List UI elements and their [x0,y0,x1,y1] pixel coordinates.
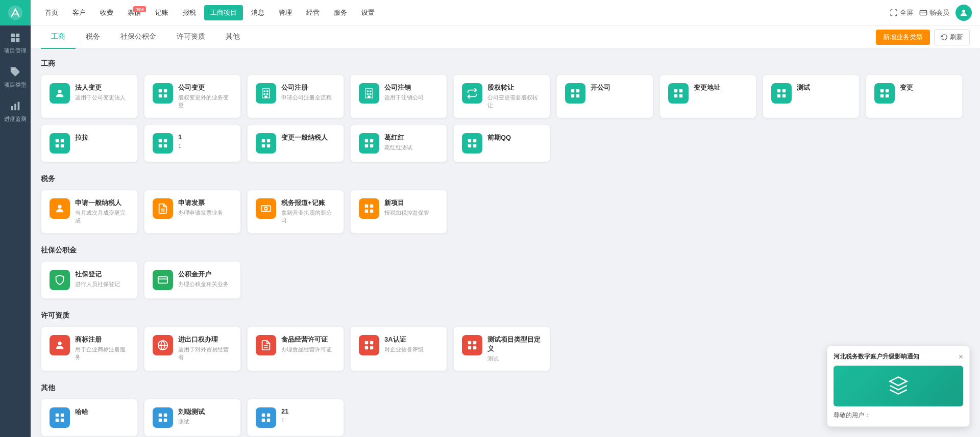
fullscreen-btn[interactable]: 全屏 [890,8,913,17]
card-info-change-address: 变更地址 [694,83,748,94]
svg-rect-2 [16,34,19,37]
card-icon-trademark [50,335,70,355]
nav-billing[interactable]: 收费 [94,5,119,20]
card-name-trademark: 商标注册 [75,335,129,344]
card-name-food-license: 食品经营许可证 [281,335,335,344]
card-name-item1: 1 [178,133,232,141]
nav-home[interactable]: 首页 [39,5,64,20]
svg-rect-12 [159,89,162,92]
nav-tax[interactable]: 报税 [177,5,202,20]
member-btn[interactable]: 畅会员 [919,8,949,17]
card-info-food-license: 食品经营许可证办理食品经营许可证 [281,335,335,353]
svg-rect-37 [782,89,786,92]
card-change[interactable]: 变更 [866,74,963,118]
card-desc-apply-taxpayer: 当月或次月成变更完成 [75,209,129,225]
avatar[interactable] [955,5,972,21]
card-company-cancel[interactable]: 公司注销适用于注销公司 [350,74,447,118]
notification-body: 尊敬的用户： [834,410,963,420]
card-mohonghong[interactable]: 葛红红葛红红测试 [350,124,447,162]
nav-settings[interactable]: 设置 [355,5,381,20]
card-equity-transfer[interactable]: 股权转让公司变更需要股权转让 [453,74,550,118]
sidebar-item-project-type[interactable]: 项目类型 [0,60,31,94]
card-apply-invoice[interactable]: 申请发票办理申请发票业务 [144,190,241,234]
card-social-reg[interactable]: 社保登记进行人员社保登记 [41,261,138,299]
section-title-biz-section: 工商 [41,59,970,68]
svg-rect-47 [61,144,64,147]
nav-account[interactable]: 记账 [149,5,175,20]
card-tax-report[interactable]: 税务报道+记账拿到营业执照的新公司 [247,190,344,234]
nav-client[interactable]: 客户 [66,5,92,20]
card-info-qianqi-qq: 前期QQ [487,133,542,144]
add-type-button[interactable]: 新增业务类型 [876,30,930,45]
svg-rect-26 [370,93,372,95]
card-name-apply-invoice: 申请发票 [178,198,232,208]
svg-rect-88 [56,414,59,417]
card-legal-change[interactable]: 法人变更适用于公司变更法人 [41,74,138,118]
card-desc-legal-change: 适用于公司变更法人 [75,94,129,101]
tab-biz[interactable]: 工商 [41,25,76,49]
card-liu-test[interactable]: 刘聪测试测试 [144,399,241,436]
card-company-change[interactable]: 公司变更股权变更外的业务变更 [144,74,241,118]
card-item21[interactable]: 211 [247,399,344,436]
card-info-item21: 211 [281,407,335,424]
card-test-type[interactable]: 测试项目类型目定义测试 [453,326,550,371]
card-item1[interactable]: 11 [144,124,241,162]
svg-rect-29 [576,89,579,92]
card-qianqi-qq[interactable]: 前期QQ [453,124,550,162]
card-fund-account[interactable]: 公积金开户办理公积金相关业务 [144,261,241,299]
sidebar-item-project-mgmt[interactable]: 项目管理 [0,25,31,60]
card-3a-cert[interactable]: 3A认证对企业信誉评级 [350,326,447,371]
nav-message[interactable]: 消息 [245,5,271,20]
card-name-open-company: 开公司 [591,83,645,92]
card-haha[interactable]: 哈哈 [41,399,138,436]
nav-bizproject[interactable]: 工商项目 [204,5,243,20]
card-company-reg[interactable]: 公司注册申请公司注册全流程 [247,74,344,118]
card-icon-company-reg [256,83,276,104]
card-change-taxpayer[interactable]: 变更一般纳税人 [247,124,344,162]
card-change-address[interactable]: 变更地址 [659,74,756,118]
card-food-license[interactable]: 食品经营许可证办理食品经营许可证 [247,326,344,371]
tab-social[interactable]: 社保公积金 [110,25,166,49]
card-import-export[interactable]: 进出口权办理适用于对外贸易经营者 [144,326,241,371]
svg-point-11 [58,90,61,93]
card-icon-company-cancel [359,83,379,104]
tab-other[interactable]: 其他 [215,25,250,49]
card-lala[interactable]: 拉拉 [41,124,138,162]
svg-rect-57 [370,139,373,142]
svg-rect-85 [473,341,476,344]
sidebar: 项目管理 项目类型 进度监测 [0,0,31,437]
chart-icon [8,99,22,113]
refresh-button[interactable]: 刷新 [934,29,970,45]
card-name-lala: 拉拉 [75,133,129,142]
card-icon-3a-cert [359,335,379,355]
nav-ticket[interactable]: 票据 new [121,5,147,20]
card-name-company-reg: 公司注册 [281,83,335,92]
notification-close-btn[interactable]: × [959,352,963,362]
card-icon-apply-invoice [153,198,173,219]
svg-rect-50 [159,144,162,147]
svg-rect-35 [679,94,682,97]
card-trademark[interactable]: 商标注册用于企业商标注册服务 [41,326,138,371]
svg-rect-70 [370,204,373,208]
card-open-company[interactable]: 开公司 [556,74,653,118]
sidebar-logo[interactable] [0,0,31,25]
tab-permit[interactable]: 许可资质 [166,25,215,49]
nav-management[interactable]: 管理 [273,5,298,20]
nav-operations[interactable]: 经营 [300,5,326,20]
svg-rect-17 [263,91,265,92]
nav-service[interactable]: 服务 [328,5,353,20]
card-test[interactable]: 测试 [763,74,860,118]
card-apply-taxpayer[interactable]: 申请一般纳税人当月或次月成变更完成 [41,190,138,234]
card-name-fund-account: 公积金开户 [178,270,232,279]
sidebar-item-progress[interactable]: 进度监测 [0,94,31,128]
svg-rect-21 [264,96,267,98]
card-info-haha: 哈哈 [75,407,129,418]
svg-rect-6 [11,106,13,110]
svg-rect-99 [267,419,270,422]
card-icon-social-reg [50,270,70,290]
card-new-project[interactable]: 新项目报税加税控盘保管 [350,190,447,234]
svg-rect-80 [365,341,368,344]
tab-tax[interactable]: 税务 [76,25,110,49]
card-desc-3a-cert: 对企业信誉评级 [384,346,438,353]
svg-rect-19 [263,93,265,95]
